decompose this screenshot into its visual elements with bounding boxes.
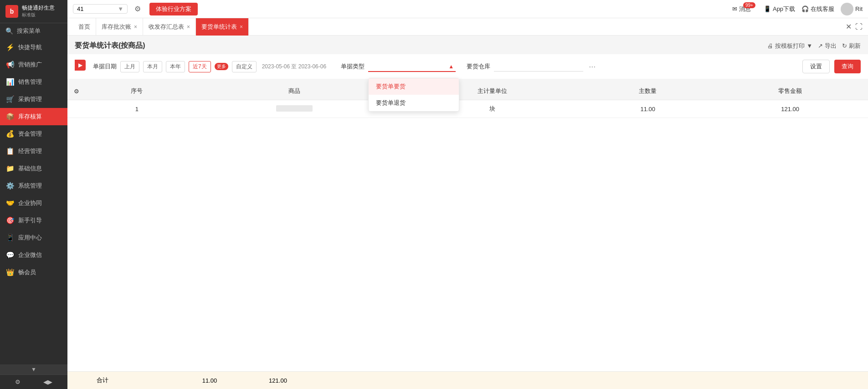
table-row: 1 块 11.00 121.00	[67, 100, 868, 118]
export-btn[interactable]: ↗ 导出	[818, 42, 837, 50]
date-custom-btn[interactable]: 自定义	[232, 61, 257, 72]
tab-home[interactable]: 首页	[73, 18, 96, 36]
export-icon: ↗	[818, 42, 823, 49]
sidebar-item-label: 新手引导	[18, 216, 42, 225]
page-content: 要货单统计表(按商品) 🖨 按模板打印 ▼ ↗ 导出 ↻ 刷新	[67, 36, 868, 389]
tab-inventory-batch[interactable]: 库存批次账 ×	[96, 18, 143, 36]
sales-icon: 📊	[5, 78, 15, 86]
tab-order-stats[interactable]: 要货单统计表 ×	[196, 18, 249, 36]
table-footer: 合计 11.00 121.00	[67, 371, 868, 389]
topbar-left: 41 ▼ ⚙ 体验行业方案	[73, 3, 732, 15]
membership-icon: 👑	[5, 268, 15, 276]
col-settings[interactable]: ⚙	[67, 82, 86, 100]
page-title: 要货单统计表(按商品)	[75, 41, 145, 51]
app-logo: b 畅捷通好生意 标准版	[0, 0, 67, 23]
user-name: Rit	[855, 5, 863, 12]
filter-area: ▶ 单据日期 上月 本月 本年 近7天 更多 自定义 2023-05-06 至 …	[67, 54, 868, 79]
close-all-icon[interactable]: ✕	[846, 22, 852, 31]
col-quantity: 主数量	[583, 82, 712, 100]
messages-btn[interactable]: ✉ 消息 99+	[732, 5, 751, 13]
message-icon: ✉	[732, 5, 737, 12]
system-icon: ⚙️	[5, 182, 15, 190]
finance-icon: 💰	[5, 130, 15, 138]
row-settings-cell	[67, 100, 86, 118]
filter-expand-btn[interactable]: ▶	[75, 60, 86, 71]
sidebar-toggle-btn[interactable]: ◀▶	[43, 379, 52, 385]
sidebar-item-label: 应用中心	[18, 234, 42, 242]
date-last-month-btn[interactable]: 上月	[120, 61, 139, 72]
sidebar-item-app-center[interactable]: 📱 应用中心	[0, 229, 67, 246]
footer-quantity-val: 11.00	[164, 377, 255, 384]
sidebar-settings-btn[interactable]: ⚙	[15, 379, 21, 385]
sidebar-item-label: 营销推广	[18, 61, 42, 69]
tab-close-icon[interactable]: ×	[187, 24, 190, 30]
export-label: 导出	[825, 42, 837, 50]
sidebar-item-system[interactable]: ⚙️ 系统管理	[0, 177, 67, 194]
date-this-year-btn[interactable]: 本年	[166, 61, 185, 72]
app-name: 畅捷通好生意	[22, 5, 55, 12]
filter-row: 单据日期 上月 本月 本年 近7天 更多 自定义 2023-05-06 至 20…	[93, 60, 861, 73]
row-amount-cell: 121.00	[712, 100, 868, 118]
tab-home-label: 首页	[78, 23, 90, 31]
topbar-gear-btn[interactable]: ⚙	[131, 3, 144, 15]
sidebar-item-operations[interactable]: 📋 经营管理	[0, 143, 67, 160]
sidebar-item-label: 采购管理	[18, 95, 42, 103]
type-select[interactable]	[368, 61, 456, 72]
sidebar-bottom: ⚙ ◀▶	[0, 374, 67, 389]
date-this-month-btn[interactable]: 本月	[143, 61, 162, 72]
print-icon: 🖨	[767, 42, 773, 49]
sidebar-item-inventory[interactable]: 📦 库存核算	[0, 108, 67, 125]
refresh-btn[interactable]: ↻ 刷新	[842, 42, 861, 50]
tabs-right: ✕ ⛶	[846, 22, 863, 31]
sidebar-item-sales[interactable]: 📊 销售管理	[0, 73, 67, 91]
sidebar-item-label: 库存核算	[18, 113, 42, 121]
tab-close-icon[interactable]: ×	[134, 24, 137, 30]
app-download-btn[interactable]: 📱 App下载	[764, 5, 795, 13]
warehouse-input[interactable]	[494, 61, 583, 72]
expand-tabs-icon[interactable]: ⛶	[855, 23, 863, 31]
type-select-arrow-icon[interactable]: ▲	[448, 63, 454, 70]
sidebar-item-finance[interactable]: 💰 资金管理	[0, 125, 67, 143]
query-btn[interactable]: 查询	[834, 60, 861, 73]
sidebar-item-wechat[interactable]: 💬 企业微信	[0, 246, 67, 264]
page-header: 要货单统计表(按商品) 🖨 按模板打印 ▼ ↗ 导出 ↻ 刷新	[67, 36, 868, 54]
print-label: 按模板打印	[775, 42, 805, 50]
trial-btn[interactable]: 体验行业方案	[149, 3, 198, 15]
inventory-icon: 📦	[5, 113, 15, 121]
topbar: 41 ▼ ⚙ 体验行业方案 ✉ 消息 99+ 📱 App下载 🎧 在线客服	[67, 0, 868, 18]
more-badge[interactable]: 更多	[215, 63, 228, 70]
sidebar-search[interactable]: 🔍 搜索菜单	[0, 23, 67, 39]
sidebar-item-marketing[interactable]: 📢 营销推广	[0, 56, 67, 73]
tab-order-stats-label: 要货单统计表	[201, 23, 237, 31]
settings-btn[interactable]: 设置	[802, 60, 830, 73]
sidebar-scroll-down[interactable]: ▼	[0, 364, 67, 374]
tab-receive-summary[interactable]: 收发存汇总表 ×	[143, 18, 196, 36]
user-avatar	[841, 3, 853, 15]
refresh-icon: ↻	[842, 42, 847, 49]
sidebar-item-basic-info[interactable]: 📁 基础信息	[0, 160, 67, 177]
sidebar-item-guide[interactable]: 🎯 新手引导	[0, 212, 67, 229]
online-service-btn[interactable]: 🎧 在线客服	[801, 5, 834, 13]
type-dropdown: 要货单要货 要货单退货	[368, 78, 459, 112]
sidebar-item-quick-nav[interactable]: ⚡ 快捷导航	[0, 39, 67, 56]
filter-more-icon[interactable]: ···	[589, 62, 596, 72]
dropdown-item-return[interactable]: 要货单退货	[369, 95, 459, 111]
tabs-bar: 首页 库存批次账 × 收发存汇总表 × 要货单统计表 × ✕ ⛶	[67, 18, 868, 36]
quick-nav-icon: ⚡	[5, 43, 15, 51]
sidebar-item-label: 销售管理	[18, 78, 42, 86]
date-7days-btn[interactable]: 近7天	[189, 61, 211, 72]
company-selector[interactable]: 41 ▼	[73, 4, 128, 14]
sidebar-item-purchase[interactable]: 🛒 采购管理	[0, 91, 67, 108]
refresh-label: 刷新	[849, 42, 861, 50]
print-btn[interactable]: 🖨 按模板打印 ▼	[767, 42, 812, 50]
mobile-icon: 📱	[764, 5, 771, 12]
dropdown-item-delivery[interactable]: 要货单要货	[369, 78, 459, 95]
user-profile[interactable]: Rit	[841, 3, 863, 15]
sidebar-item-label: 经营管理	[18, 147, 42, 155]
tab-close-icon[interactable]: ×	[240, 24, 243, 30]
sidebar-item-label: 基础信息	[18, 164, 42, 173]
footer-amount-val: 121.00	[255, 377, 301, 384]
sidebar-item-membership[interactable]: 👑 畅会员	[0, 264, 67, 281]
sidebar-item-enterprise[interactable]: 🤝 企业协同	[0, 194, 67, 212]
logo-icon: b	[5, 5, 18, 18]
